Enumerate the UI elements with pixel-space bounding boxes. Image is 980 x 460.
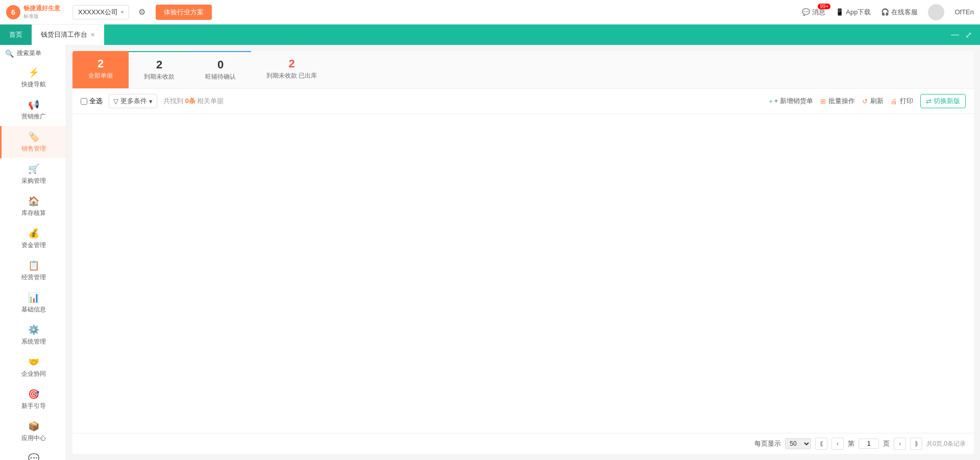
- select-all-input[interactable]: [81, 98, 87, 105]
- app-download-icon: 📱: [836, 8, 844, 16]
- sidebar-item-inventory[interactable]: 🏠 库存核算: [0, 190, 66, 223]
- print-button[interactable]: 🖨 打印: [891, 96, 913, 106]
- avatar-name: OfTEn: [954, 8, 974, 16]
- sidebar: 🔍 搜索菜单 ⚡ 快捷导航 📢 营销推广 🏷️ 销售管理 🛒 采购管理 🏠 库存…: [0, 45, 66, 460]
- purchase-icon: 🛒: [28, 163, 39, 175]
- stats-tab-overdue-uncollected[interactable]: 2 到期未收款: [129, 51, 190, 88]
- trial-button[interactable]: 体验行业方案: [156, 5, 212, 20]
- message-badge: 99+: [818, 4, 830, 9]
- batch-operation-button[interactable]: ⊞ 批量操作: [820, 96, 855, 106]
- sidebar-item-purchase[interactable]: 🛒 采购管理: [0, 158, 66, 190]
- stats-tab-overdue-shipped[interactable]: 2 到期未收款 已出库: [251, 51, 332, 88]
- batch-icon: ⊞: [820, 98, 826, 105]
- refresh-icon: ↺: [862, 98, 868, 105]
- new-sales-order-button[interactable]: + + 新增销货单: [769, 96, 813, 106]
- inventory-icon: 🏠: [28, 196, 39, 207]
- stats-tabs: 2 全部单据 2 到期未收款 0 旺辅待确认 2 到期未收款 已出库: [72, 51, 974, 89]
- sidebar-item-basic-info[interactable]: 📊 基础信息: [0, 287, 66, 319]
- page-label-end: 页: [883, 439, 890, 448]
- system-icon: ⚙️: [28, 324, 39, 335]
- sidebar-item-finance[interactable]: 💰 资金管理: [0, 223, 66, 255]
- nav-tabs: 首页 钱货日清工作台 ✕ — ⤢: [0, 25, 980, 45]
- plus-icon: +: [769, 98, 773, 105]
- logo-icon: 6: [6, 5, 20, 19]
- sidebar-item-enterprise-wechat[interactable]: 💬 企业微信: [0, 448, 66, 460]
- tab-daily-work[interactable]: 钱货日清工作台 ✕: [32, 25, 104, 45]
- next-page-button[interactable]: ›: [894, 438, 906, 450]
- pagination: 每页显示 50 100 200 ⟪ ‹ 第 页 › ⟫ 共0页,0条记录: [72, 433, 974, 454]
- message-icon: 💬: [802, 8, 810, 16]
- avatar[interactable]: [928, 4, 944, 20]
- enterprise-wechat-icon: 💬: [28, 453, 39, 460]
- page-label: 第: [848, 439, 854, 448]
- service-icon: 🎧: [881, 8, 889, 16]
- sales-icon: 🏷️: [28, 131, 39, 142]
- filter-button[interactable]: ▽ 更多条件 ▾: [109, 94, 157, 108]
- sidebar-item-app-center[interactable]: 📦 应用中心: [0, 416, 66, 448]
- basic-info-icon: 📊: [28, 292, 39, 303]
- last-page-button[interactable]: ⟫: [910, 438, 922, 450]
- toolbar-left: 全选 ▽ 更多条件 ▾ 共找到 0条 相关单据: [81, 94, 224, 108]
- chevron-down-icon: ▾: [149, 98, 153, 105]
- header-right: 💬 消息 99+ 📱 App下载 🎧 在线客服 OfTEn: [802, 4, 974, 20]
- beginner-icon: 🎯: [28, 389, 39, 400]
- page-input[interactable]: [859, 439, 879, 449]
- stats-tab-wangfu-pending[interactable]: 0 旺辅待确认: [190, 51, 251, 88]
- content-inner: 2 全部单据 2 到期未收款 0 旺辅待确认 2 到期未收款 已出库: [72, 51, 974, 454]
- search-menu[interactable]: 🔍 搜索菜单: [0, 45, 66, 62]
- company-selector[interactable]: XXXXXX公司 ▾: [72, 5, 129, 19]
- app-center-icon: 📦: [28, 421, 39, 432]
- refresh-button[interactable]: ↺ 刷新: [862, 96, 884, 106]
- sidebar-item-beginner[interactable]: 🎯 新手引导: [0, 383, 66, 416]
- quick-nav-icon: ⚡: [28, 67, 39, 78]
- sidebar-item-sales[interactable]: 🏷️ 销售管理: [0, 126, 66, 158]
- table-area: [72, 114, 974, 433]
- per-page-select[interactable]: 50 100 200: [785, 438, 811, 449]
- result-text: 共找到 0条 相关单据: [163, 96, 224, 106]
- stats-tab-all[interactable]: 2 全部单据: [72, 51, 129, 88]
- filter-icon: ▽: [113, 98, 118, 105]
- minimize-icon[interactable]: —: [951, 30, 959, 39]
- message-button[interactable]: 💬 消息 99+: [802, 8, 825, 17]
- marketing-icon: 📢: [28, 99, 39, 110]
- main-layout: 🔍 搜索菜单 ⚡ 快捷导航 📢 营销推广 🏷️ 销售管理 🛒 采购管理 🏠 库存…: [0, 45, 980, 460]
- prev-page-button[interactable]: ‹: [831, 438, 844, 450]
- sidebar-item-quick-nav[interactable]: ⚡ 快捷导航: [0, 62, 66, 94]
- online-service-button[interactable]: 🎧 在线客服: [881, 8, 918, 17]
- maximize-icon[interactable]: ⤢: [965, 30, 972, 40]
- operations-icon: 📋: [28, 260, 39, 271]
- top-header: 6 畅捷通好生意 标准版 XXXXXX公司 ▾ ⚙ 体验行业方案 💬 消息 99…: [0, 0, 980, 25]
- first-page-button[interactable]: ⟪: [815, 438, 827, 450]
- finance-icon: 💰: [28, 228, 39, 239]
- sidebar-item-enterprise-coop[interactable]: 🤝 企业协同: [0, 351, 66, 383]
- toolbar-right: + + 新增销货单 ⊞ 批量操作 ↺ 刷新 🖨 打印: [769, 94, 966, 108]
- nav-tab-right: — ⤢: [951, 25, 980, 45]
- logo-text: 畅捷通好生意 标准版: [23, 4, 60, 20]
- app-download-button[interactable]: 📱 App下载: [836, 8, 871, 17]
- sidebar-item-system[interactable]: ⚙️ 系统管理: [0, 319, 66, 351]
- tab-home[interactable]: 首页: [0, 25, 32, 45]
- search-icon: 🔍: [5, 50, 14, 58]
- result-count: 0条: [185, 97, 195, 105]
- switch-icon: ⇄: [926, 98, 932, 105]
- select-all-checkbox[interactable]: 全选: [81, 96, 103, 106]
- logo-area: 6 畅捷通好生意 标准版: [6, 4, 72, 20]
- sidebar-item-operations[interactable]: 📋 经营管理: [0, 255, 66, 287]
- switch-new-version-button[interactable]: ⇄ 切换新版: [920, 94, 966, 108]
- toolbar: 全选 ▽ 更多条件 ▾ 共找到 0条 相关单据 + + 新增销货单: [72, 89, 974, 114]
- print-icon: 🖨: [891, 98, 897, 105]
- content-area: 2 全部单据 2 到期未收款 0 旺辅待确认 2 到期未收款 已出库: [66, 45, 980, 460]
- settings-icon[interactable]: ⚙: [134, 5, 150, 20]
- total-info: 共0页,0条记录: [926, 440, 966, 448]
- close-tab-icon[interactable]: ✕: [90, 32, 95, 38]
- per-page-label: 每页显示: [754, 439, 781, 448]
- sidebar-item-marketing[interactable]: 📢 营销推广: [0, 94, 66, 126]
- enterprise-coop-icon: 🤝: [28, 356, 39, 368]
- chevron-down-icon: ▾: [121, 9, 124, 15]
